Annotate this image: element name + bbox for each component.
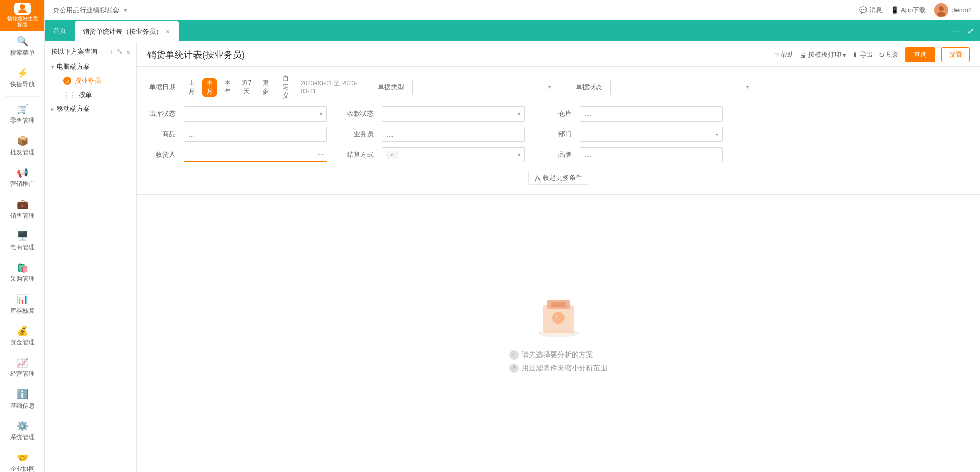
tree-item-pc-scheme[interactable]: ▾ 电脑端方案	[45, 60, 136, 74]
divider-1	[5, 96, 39, 97]
svg-point-0	[20, 4, 25, 9]
doc-status-select[interactable]: ▾	[610, 80, 753, 95]
payment-label: 收款状态	[345, 109, 374, 119]
settlement-arrow: ▾	[518, 152, 520, 158]
panel-add-icon[interactable]: +	[110, 48, 114, 56]
tree-item-by-salesperson[interactable]: ⊙ 按业务员	[55, 74, 136, 88]
marketing-icon: 📢	[17, 167, 28, 178]
help-label: 帮助	[780, 50, 794, 59]
goods-select[interactable]: ...	[184, 127, 327, 142]
doc-type-arrow: ▾	[548, 84, 551, 90]
tree-arrow-pc: ▾	[51, 64, 54, 70]
date-btn-last-7days[interactable]: 近7天	[238, 78, 256, 97]
panel-collapse-icon[interactable]: «	[126, 48, 130, 56]
warehouse-label: 仓库	[543, 109, 572, 119]
payment-arrow: ▾	[518, 111, 520, 117]
sidebar-item-inventory[interactable]: 📊 库存核算	[0, 289, 44, 320]
date-label: 单据日期	[147, 83, 176, 92]
date-control: 上月 本月 本年 近7天 更多 自定义 2023-03-01 至 2023-03…	[184, 73, 357, 101]
doc-status-arrow: ▾	[746, 84, 749, 90]
sidebar-item-purchase-label: 采购管理	[10, 275, 35, 284]
sidebar-item-marketing[interactable]: 📢 营销推广	[0, 162, 44, 194]
sidebar-item-finance[interactable]: 💰 资金管理	[0, 320, 44, 352]
refresh-label: 刷新	[886, 50, 899, 59]
settings-button[interactable]: 设置	[941, 47, 970, 62]
date-btn-this-month[interactable]: 本月	[202, 78, 217, 97]
department-arrow: ▾	[716, 132, 718, 137]
tab-minimize-icon[interactable]: —	[953, 26, 961, 35]
sidebar-item-ecom[interactable]: 🖥️ 电商管理	[0, 225, 44, 257]
brand-select[interactable]: ...	[580, 147, 723, 162]
receiver-dots[interactable]: ···	[318, 150, 325, 159]
doc-type-label: 单据类型	[376, 83, 404, 92]
page-title-actions: ? 帮助 🖨 按模板打印 ▾ ⬇ 导出 ↻ 刷新	[775, 47, 970, 62]
sidebar-item-search[interactable]: 🔍 搜索菜单	[0, 31, 44, 62]
brand-dots[interactable]: ...	[584, 150, 591, 159]
sidebar-item-operations[interactable]: 📈 经营管理	[0, 352, 44, 384]
warehouse-select[interactable]: ...	[580, 106, 723, 122]
export-label: 导出	[860, 50, 873, 59]
logo-area: 畅捷通好生意 标版	[0, 0, 44, 31]
help-action[interactable]: ? 帮助	[775, 50, 794, 59]
salesperson-dots[interactable]: ...	[386, 130, 393, 139]
doc-status-label: 单据状态	[574, 83, 602, 92]
date-btn-this-year[interactable]: 本年	[219, 78, 235, 97]
tab-close-icon[interactable]: ✕	[165, 28, 170, 35]
tree-label-salesperson: 按业务员	[75, 76, 101, 85]
sidebar-item-system[interactable]: ⚙️ 系统管理	[0, 415, 44, 447]
tree-item-mobile-scheme[interactable]: ▸ 移动端方案	[45, 102, 136, 115]
collapse-button[interactable]: ⋀ 收起更多条件	[528, 171, 589, 185]
refresh-action[interactable]: ↻ 刷新	[879, 50, 899, 59]
outbound-select[interactable]: ▾	[184, 106, 327, 122]
sidebar-item-sales[interactable]: 💼 销售管理	[0, 194, 44, 225]
refresh-icon: ↻	[879, 51, 885, 59]
sidebar-item-quick-nav[interactable]: ⚡ 快捷导航	[0, 62, 44, 94]
sidebar-item-wholesale[interactable]: 📦 批发管理	[0, 130, 44, 162]
doc-type-select[interactable]: ▾	[412, 80, 555, 95]
sidebar-item-enterprise[interactable]: 🤝 企业协同	[0, 447, 44, 472]
template-print-label: 按模板打印	[808, 50, 841, 59]
right-main: 销货单统计表(按业务员) ? 帮助 🖨 按模板打印 ▾ ⬇ 导出	[137, 41, 980, 472]
query-button[interactable]: 查询	[905, 47, 935, 62]
tree-item-by-order[interactable]: ⋮⋮ 按单	[55, 88, 136, 102]
export-action[interactable]: ⬇ 导出	[852, 50, 873, 59]
enterprise-icon: 🤝	[17, 452, 28, 463]
panel-edit-icon[interactable]: ✎	[117, 48, 123, 56]
warehouse-dots[interactable]: ...	[584, 109, 591, 119]
sidebar-item-ecom-label: 电商管理	[10, 243, 35, 252]
receiver-input[interactable]	[184, 148, 327, 162]
tab-sales-stat[interactable]: 销货单统计表（按业务员） ✕	[75, 21, 179, 42]
settlement-tag-close[interactable]: ×	[390, 152, 394, 158]
order-icon: ⋮⋮	[63, 91, 76, 99]
date-btn-custom[interactable]: 自定义	[276, 73, 296, 101]
tab-home[interactable]: 首页	[45, 20, 75, 41]
left-panel: 按以下方案查询 + ✎ « ▾ 电脑端方案 ⊙ 按业务员 ⋮⋮ 按	[45, 41, 137, 472]
page-title: 销货单统计表(按业务员)	[147, 49, 245, 61]
outbound-label: 出库状态	[147, 109, 176, 119]
page-title-bar: 销货单统计表(按业务员) ? 帮助 🖨 按模板打印 ▾ ⬇ 导出	[137, 41, 980, 67]
sidebar-item-basic[interactable]: ℹ️ 基础信息	[0, 384, 44, 415]
settlement-select[interactable]: × ▾	[382, 147, 525, 162]
sidebar-item-purchase[interactable]: 🛍️ 采购管理	[0, 257, 44, 289]
sidebar-item-retail-label: 零售管理	[10, 116, 35, 125]
sidebar-item-retail[interactable]: 🛒 零售管理	[0, 99, 44, 130]
message-action[interactable]: 💬 消息	[859, 6, 883, 15]
goods-dots[interactable]: ...	[188, 130, 195, 139]
department-select[interactable]: ▾	[580, 127, 723, 142]
industry-dropdown-icon[interactable]: ▾	[124, 6, 127, 14]
date-btn-more[interactable]: 更多	[258, 78, 274, 97]
ecom-icon: 🖥️	[17, 230, 28, 242]
help-icon: ?	[775, 51, 779, 59]
app-download-action[interactable]: 📱 App下载	[891, 6, 926, 15]
date-btn-last-month[interactable]: 上月	[184, 78, 200, 97]
payment-select[interactable]: ▾	[382, 106, 525, 122]
template-print-action[interactable]: 🖨 按模板打印 ▾	[800, 50, 846, 59]
tree-icon-salesperson: ⊙	[63, 77, 71, 85]
date-range-text: 2023-03-01 至 2023-03-31	[301, 79, 357, 95]
username-label: demo2	[951, 6, 972, 14]
user-action[interactable]: demo2	[934, 3, 972, 17]
sidebar-item-finance-label: 资金管理	[10, 338, 35, 347]
system-icon: ⚙️	[17, 420, 28, 432]
tab-maximize-icon[interactable]: ⤢	[967, 26, 974, 36]
salesperson-select[interactable]: ...	[382, 127, 525, 142]
